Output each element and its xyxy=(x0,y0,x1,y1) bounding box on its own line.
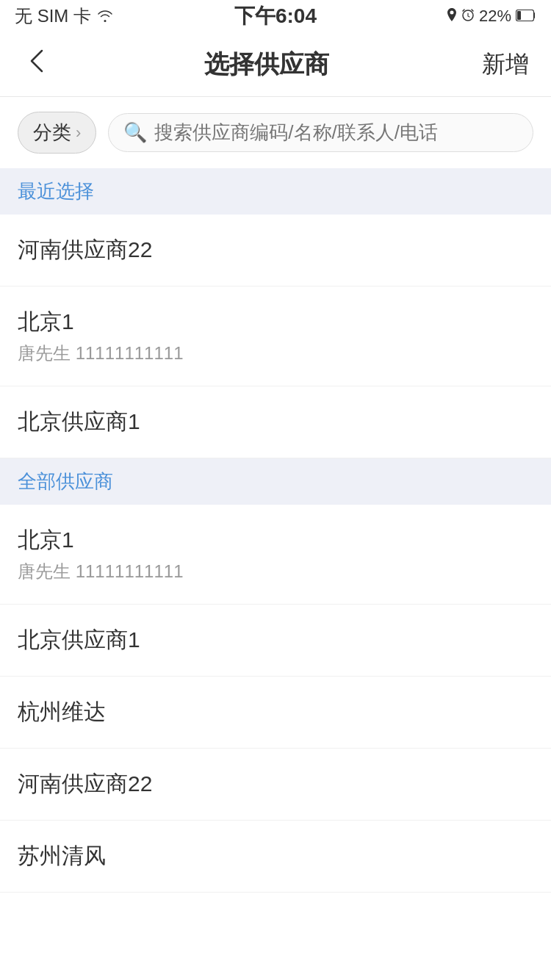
item-name: 北京供应商1 xyxy=(18,407,533,437)
recent-items-list: 河南供应商22北京1唐先生 11111111111北京供应商1 xyxy=(0,215,551,458)
item-sub: 唐先生 11111111111 xyxy=(18,560,533,583)
wifi-icon xyxy=(97,6,113,26)
recent-section-header: 最近选择 xyxy=(0,168,551,215)
item-name: 北京供应商1 xyxy=(18,625,533,655)
search-box[interactable]: 🔍 xyxy=(108,113,533,152)
item-name: 北京1 xyxy=(18,525,533,555)
svg-rect-2 xyxy=(517,11,521,20)
item-name: 河南供应商22 xyxy=(18,769,533,799)
item-sub: 唐先生 11111111111 xyxy=(18,342,533,365)
chevron-right-icon: › xyxy=(76,123,81,143)
all-section-label: 全部供应商 xyxy=(18,470,113,492)
back-button[interactable] xyxy=(22,41,51,87)
carrier-text: 无 SIM 卡 xyxy=(15,4,91,28)
item-name: 北京1 xyxy=(18,307,533,337)
alarm-icon xyxy=(461,7,475,26)
status-bar: 无 SIM 卡 下午6:04 22% xyxy=(0,0,551,32)
list-item[interactable]: 苏州清风 xyxy=(0,821,551,893)
category-label: 分类 xyxy=(33,120,71,145)
search-input[interactable] xyxy=(154,121,518,144)
new-action-button[interactable]: 新增 xyxy=(482,48,529,81)
item-name: 苏州清风 xyxy=(18,841,533,871)
battery-text: 22% xyxy=(479,7,511,26)
search-icon: 🔍 xyxy=(123,121,147,144)
battery-icon xyxy=(516,7,536,26)
category-button[interactable]: 分类 › xyxy=(18,112,96,154)
nav-bar: 选择供应商 新增 xyxy=(0,32,551,97)
list-item[interactable]: 北京1唐先生 11111111111 xyxy=(0,505,551,605)
list-item[interactable]: 河南供应商22 xyxy=(0,749,551,821)
all-items-list: 北京1唐先生 11111111111北京供应商1杭州维达河南供应商22苏州清风 xyxy=(0,505,551,893)
list-item[interactable]: 河南供应商22 xyxy=(0,215,551,287)
item-name: 河南供应商22 xyxy=(18,235,533,265)
status-left: 无 SIM 卡 xyxy=(15,4,113,28)
location-icon xyxy=(447,7,457,26)
status-time: 下午6:04 xyxy=(234,2,317,30)
list-item[interactable]: 杭州维达 xyxy=(0,677,551,749)
filter-row: 分类 › 🔍 xyxy=(0,97,551,168)
list-item[interactable]: 北京供应商1 xyxy=(0,605,551,677)
page-title: 选择供应商 xyxy=(204,48,329,82)
recent-section-label: 最近选择 xyxy=(18,180,94,202)
item-name: 杭州维达 xyxy=(18,697,533,727)
status-right: 22% xyxy=(447,7,536,26)
list-item[interactable]: 北京1唐先生 11111111111 xyxy=(0,287,551,386)
list-item[interactable]: 北京供应商1 xyxy=(0,386,551,458)
all-section-header: 全部供应商 xyxy=(0,458,551,505)
